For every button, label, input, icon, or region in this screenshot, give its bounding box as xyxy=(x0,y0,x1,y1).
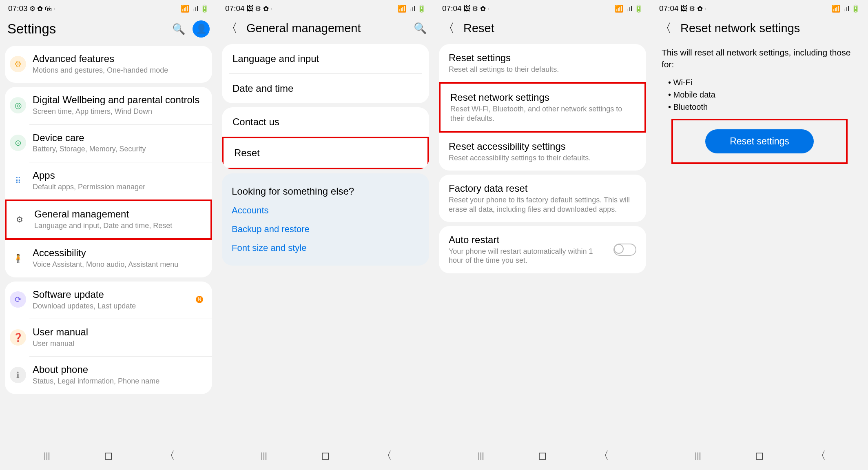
status-time: 07:04 xyxy=(442,4,462,13)
page-title: Settings xyxy=(7,21,56,37)
row-title: User manual xyxy=(33,326,203,338)
nav-recents-icon[interactable]: ⫼ xyxy=(476,449,487,462)
nav-recents-icon[interactable]: ⫼ xyxy=(42,449,53,462)
status-left-icons: 🖼 ⚙ ✿ · xyxy=(463,4,490,13)
software-update-icon: ⟳ xyxy=(10,291,26,308)
nav-home-icon[interactable]: ◻ xyxy=(321,449,330,462)
status-time: 07:04 xyxy=(659,4,679,13)
row-device-care[interactable]: ⊙ Device care Battery, Storage, Memory, … xyxy=(5,125,212,162)
row-date-time[interactable]: Date and time xyxy=(222,74,429,103)
nav-home-icon[interactable]: ◻ xyxy=(538,449,547,462)
status-time: 07:04 xyxy=(225,4,245,13)
nav-back-icon[interactable]: 〈 xyxy=(381,448,392,463)
row-title: Software update xyxy=(33,289,189,301)
link-backup-restore[interactable]: Backup and restore xyxy=(222,220,429,239)
reset-button-highlight: Reset settings xyxy=(671,119,848,164)
status-bar: 07:04 🖼 ⚙ ✿ · 📶 ₊ıl 🔋 xyxy=(434,0,651,15)
row-factory-data-reset[interactable]: Factory data reset Reset your phone to i… xyxy=(439,175,646,222)
page-title: Reset xyxy=(463,22,494,35)
back-icon[interactable]: 〈 xyxy=(441,20,456,36)
search-icon[interactable]: 🔍 xyxy=(172,23,185,35)
row-reset[interactable]: Reset xyxy=(224,138,427,168)
row-reset-accessibility-settings[interactable]: Reset accessibility settings Reset acces… xyxy=(439,133,646,171)
row-subtitle: Motions and gestures, One-handed mode xyxy=(33,66,203,75)
nav-back-icon[interactable]: 〈 xyxy=(598,448,609,463)
row-general-management[interactable]: ⚙ General management Language and input,… xyxy=(7,201,210,238)
row-language-input[interactable]: Language and input xyxy=(222,44,429,73)
status-right-icons: 📶 ₊ıl 🔋 xyxy=(398,4,426,13)
row-user-manual[interactable]: ❓ User manual User manual xyxy=(5,319,212,356)
user-manual-icon: ❓ xyxy=(10,329,26,346)
bullet-mobile-data: Mobile data xyxy=(668,89,851,101)
row-subtitle: Screen time, App timers, Wind Down xyxy=(33,107,203,116)
status-right-icons: 📶 ₊ıl 🔋 xyxy=(615,4,643,13)
header: Settings 🔍 👤 xyxy=(0,15,217,46)
auto-restart-toggle[interactable] xyxy=(613,244,636,256)
link-font-size-style[interactable]: Font size and style xyxy=(222,239,429,257)
status-bar: 07:04 🖼 ⚙ ✿ · 📶 ₊ıl 🔋 xyxy=(651,0,868,15)
nav-bar: ⫼ ◻ 〈 xyxy=(0,439,217,470)
row-title: Advanced features xyxy=(33,53,203,65)
back-icon[interactable]: 〈 xyxy=(658,20,673,36)
row-title: Digital Wellbeing and parental controls xyxy=(33,94,203,106)
row-reset-settings[interactable]: Reset settings Reset all settings to the… xyxy=(439,44,646,82)
row-auto-restart[interactable]: Auto restart Your phone will restart aut… xyxy=(439,226,646,273)
nav-recents-icon[interactable]: ⫼ xyxy=(259,449,270,462)
nav-recents-icon[interactable]: ⫼ xyxy=(693,449,704,462)
row-title: Reset network settings xyxy=(450,92,635,104)
row-advanced-features[interactable]: ⚙ Advanced features Motions and gestures… xyxy=(5,46,212,83)
row-title: Apps xyxy=(33,170,203,182)
reset-settings-button[interactable]: Reset settings xyxy=(705,129,814,153)
search-icon[interactable]: 🔍 xyxy=(414,22,427,35)
nav-back-icon[interactable]: 〈 xyxy=(164,448,175,463)
row-subtitle: User manual xyxy=(33,339,203,348)
status-right-icons: 📶 ₊ıl 🔋 xyxy=(832,4,860,13)
nav-home-icon[interactable]: ◻ xyxy=(104,449,113,462)
update-badge: N xyxy=(196,296,203,303)
status-left-icons: 🖼 ⚙ ✿ · xyxy=(246,4,273,13)
row-title: Reset settings xyxy=(449,52,636,64)
row-title: Device care xyxy=(33,132,203,144)
nav-back-icon[interactable]: 〈 xyxy=(815,448,826,463)
bullet-bluetooth: Bluetooth xyxy=(668,101,851,113)
page-title: Reset network settings xyxy=(680,22,800,35)
row-subtitle: Reset accessibility settings to their de… xyxy=(449,153,636,163)
info-text: This will reset all network settings, in… xyxy=(651,44,868,75)
back-icon[interactable]: 〈 xyxy=(224,20,239,36)
row-software-update[interactable]: ⟳ Software update Download updates, Last… xyxy=(5,282,212,319)
link-accounts[interactable]: Accounts xyxy=(222,201,429,220)
row-title: Auto restart xyxy=(449,234,609,246)
row-subtitle: Status, Legal information, Phone name xyxy=(33,377,203,386)
device-care-icon: ⊙ xyxy=(10,135,26,151)
row-subtitle: Battery, Storage, Memory, Security xyxy=(33,144,203,154)
status-time: 07:03 xyxy=(8,4,28,13)
row-title: Accessibility xyxy=(33,247,203,259)
looking-for-section: Looking for something else? Accounts Bac… xyxy=(222,173,429,266)
nav-home-icon[interactable]: ◻ xyxy=(755,449,764,462)
row-title: Reset accessibility settings xyxy=(449,141,636,153)
profile-icon[interactable]: 👤 xyxy=(193,20,210,38)
status-left-icons: ⚙ ✿ 🛍 · xyxy=(29,4,56,13)
header: 〈 Reset xyxy=(434,15,651,44)
about-phone-icon: ℹ xyxy=(10,367,26,383)
section-heading: Looking for something else? xyxy=(222,177,429,201)
row-subtitle: Voice Assistant, Mono audio, Assistant m… xyxy=(33,260,203,269)
screen-general-management: 07:04 🖼 ⚙ ✿ · 📶 ₊ıl 🔋 〈 General manageme… xyxy=(217,0,434,470)
status-right-icons: 📶 ₊ıl 🔋 xyxy=(181,4,209,13)
screen-settings: 07:03 ⚙ ✿ 🛍 · 📶 ₊ıl 🔋 Settings 🔍 👤 ⚙ Adv… xyxy=(0,0,217,470)
row-subtitle: Your phone will restart automatically wi… xyxy=(449,247,609,265)
row-subtitle: Reset your phone to its factory default … xyxy=(449,195,636,214)
general-management-icon: ⚙ xyxy=(11,211,28,228)
page-title: General management xyxy=(246,22,361,35)
advanced-icon: ⚙ xyxy=(10,56,26,72)
wellbeing-icon: ◎ xyxy=(10,97,26,113)
row-digital-wellbeing[interactable]: ◎ Digital Wellbeing and parental control… xyxy=(5,87,212,124)
row-about-phone[interactable]: ℹ About phone Status, Legal information,… xyxy=(5,357,212,394)
row-reset-network-settings[interactable]: Reset network settings Reset Wi-Fi, Blue… xyxy=(441,84,644,131)
row-apps[interactable]: ⠿ Apps Default apps, Permission manager xyxy=(5,162,212,200)
row-title: General management xyxy=(34,208,202,220)
row-contact-us[interactable]: Contact us xyxy=(222,107,429,137)
screen-reset: 07:04 🖼 ⚙ ✿ · 📶 ₊ıl 🔋 〈 Reset Reset sett… xyxy=(434,0,651,470)
row-accessibility[interactable]: 🧍 Accessibility Voice Assistant, Mono au… xyxy=(5,240,212,277)
bullet-wifi: Wi-Fi xyxy=(668,76,851,89)
